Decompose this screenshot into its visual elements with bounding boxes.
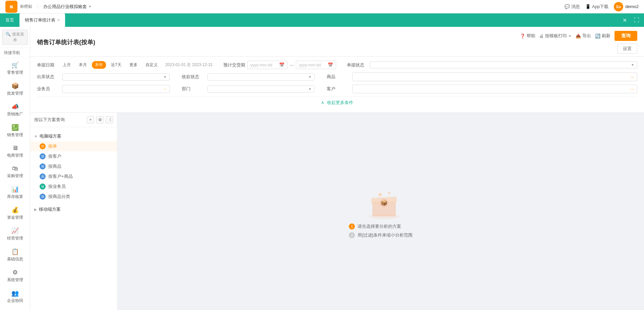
search-menu-label: 搜索菜单 bbox=[12, 32, 24, 42]
expected-delivery-end[interactable]: yyyy-mm-dd 📅 bbox=[296, 61, 336, 69]
scheme-item-1[interactable]: 按按客户 bbox=[30, 151, 117, 161]
last-month-btn[interactable]: 上月 bbox=[60, 61, 74, 69]
sidebar-item-12[interactable]: 🎯新手引导 bbox=[0, 307, 30, 310]
goods-input[interactable]: ··· bbox=[352, 72, 637, 81]
sidebar-label-9: 基础信息 bbox=[7, 256, 23, 262]
sidebar-item-0[interactable]: 🛒零售管理 bbox=[0, 58, 30, 79]
shipping-status-select[interactable]: ▼ bbox=[62, 73, 170, 81]
scheme-label-0: 按单 bbox=[48, 143, 57, 149]
tab-sales-order-stats[interactable]: 销售订单统计表 × bbox=[19, 13, 65, 27]
export-action[interactable]: 📤 导出 bbox=[576, 33, 591, 39]
calendar-start-icon: 📅 bbox=[279, 62, 284, 67]
scheme-item-3[interactable]: 按按客户+商品 bbox=[30, 171, 117, 182]
sidebar-label-8: 经营管理 bbox=[7, 236, 23, 241]
tab-expand-icon[interactable]: ⛶ bbox=[632, 15, 641, 25]
tab-bar: 首页 销售订单统计表 × ✕ ⛶ bbox=[0, 13, 644, 27]
sidebar-item-3[interactable]: 💹销售管理 bbox=[0, 120, 30, 141]
sidebar-item-4[interactable]: 🖥电商管理 bbox=[0, 141, 30, 162]
goods-dots-icon: ··· bbox=[630, 74, 634, 80]
date-placeholder-1: yyyy-mm-dd bbox=[250, 63, 272, 67]
print-icon: 🖨 bbox=[539, 34, 544, 39]
app-download-action[interactable]: 📱 App下载 bbox=[585, 4, 608, 10]
quick-nav-label: 快捷导航 bbox=[4, 50, 20, 56]
template-print-btn[interactable]: 🖨 按模板打印 ▼ bbox=[539, 33, 572, 39]
left-panel-actions: + ⚙ 《 bbox=[87, 116, 113, 123]
sidebar-item-7[interactable]: 💰资金管理 bbox=[0, 203, 30, 224]
filter-row-2: 出库状态 ▼ 收款状态 ▼ 商品 ··· bbox=[37, 72, 637, 81]
shipping-chevron-icon: ▼ bbox=[163, 75, 167, 79]
sidebar-item-1[interactable]: 📦批发管理 bbox=[0, 79, 30, 100]
sidebar-icon-7: 💰 bbox=[11, 206, 19, 214]
pc-schemes-label: 电脑端方案 bbox=[40, 133, 61, 139]
last7-btn[interactable]: 近7天 bbox=[108, 61, 124, 69]
scheme-item-4[interactable]: 按按业务员 bbox=[30, 182, 117, 192]
scheme-label-5: 按商品分类 bbox=[48, 194, 70, 200]
query-button[interactable]: 查询 bbox=[614, 31, 637, 41]
single-status-select[interactable]: ▼ bbox=[370, 61, 637, 68]
close-tab-icon[interactable]: × bbox=[57, 18, 60, 22]
filter-content-wrapper: 单据日期 上月 本月 本年 近7天 更多 自定义 2023-01-01 至 20… bbox=[30, 57, 644, 310]
mobile-schemes-group: ▶ 移动端方案 bbox=[30, 203, 117, 216]
scheme-tree: ▼ 电脑端方案 按按单按按客户按按商品按按客户+商品按按业务员按按商品分类 ▶ … bbox=[30, 127, 117, 218]
this-month-btn[interactable]: 本月 bbox=[76, 61, 90, 69]
sidebar-item-10[interactable]: ⚙系统管理 bbox=[0, 265, 30, 286]
collapse-panel-btn[interactable]: 《 bbox=[106, 116, 113, 123]
collapse-bar[interactable]: ∧ 收起更多条件 bbox=[37, 97, 637, 108]
department-select[interactable]: ▼ bbox=[207, 86, 315, 93]
empty-svg: 📦 bbox=[364, 185, 404, 221]
sales-person-input[interactable]: ··· bbox=[62, 85, 170, 93]
active-tab-label: 销售订单统计表 bbox=[25, 17, 55, 23]
search-menu-btn[interactable]: 🔍 搜索菜单 bbox=[2, 30, 28, 45]
help-label: 帮助 bbox=[527, 33, 535, 39]
page-title: 销售订单统计表(按单) bbox=[37, 38, 95, 46]
mobile-schemes-arrow-icon: ▶ bbox=[34, 208, 37, 211]
user-name: demo2 bbox=[625, 4, 639, 9]
tab-home[interactable]: 首页 bbox=[0, 13, 19, 27]
scheme-settings-btn[interactable]: ⚙ bbox=[96, 116, 104, 123]
user-menu[interactable]: Ea demo2 bbox=[614, 2, 639, 11]
divider bbox=[38, 4, 38, 9]
tab-bar-actions: ✕ ⛶ bbox=[620, 15, 644, 25]
template-print-label: 按模板打印 bbox=[545, 33, 567, 39]
tab-close-all-icon[interactable]: ✕ bbox=[620, 15, 629, 25]
help-action[interactable]: ❓ 帮助 bbox=[520, 33, 535, 39]
avatar: Ea bbox=[614, 2, 623, 11]
sidebar-label-4: 电商管理 bbox=[7, 153, 23, 158]
collapse-chevron-icon: ∧ bbox=[321, 100, 324, 105]
scheme-icon-1: 按 bbox=[40, 153, 46, 159]
sidebar-item-9[interactable]: 📋基础信息 bbox=[0, 245, 30, 265]
svg-point-7 bbox=[378, 193, 382, 196]
sidebar-item-11[interactable]: 👥企业协同 bbox=[0, 286, 30, 307]
scheme-item-0[interactable]: 按按单 bbox=[30, 141, 117, 151]
search-menu-area[interactable]: 🔍 搜索菜单 bbox=[0, 27, 30, 48]
sidebar-item-6[interactable]: 📊库存核算 bbox=[0, 182, 30, 203]
pc-schemes-header[interactable]: ▼ 电脑端方案 bbox=[30, 131, 117, 141]
scheme-icon-0: 按 bbox=[40, 143, 46, 149]
message-action[interactable]: 💬 消息 bbox=[565, 4, 580, 10]
quick-nav-header[interactable]: 快捷导航 bbox=[0, 48, 30, 58]
refresh-action[interactable]: 🔄 刷新 bbox=[595, 33, 610, 39]
mobile-schemes-header[interactable]: ▶ 移动端方案 bbox=[30, 204, 117, 214]
sidebar-label-10: 系统管理 bbox=[7, 277, 23, 283]
sidebar-item-8[interactable]: 📈经营管理 bbox=[0, 224, 30, 245]
sidebar-icon-11: 👥 bbox=[11, 290, 19, 297]
scheme-icon-2: 按 bbox=[40, 163, 46, 169]
sidebar-item-5[interactable]: 🛍采购管理 bbox=[0, 162, 30, 182]
scheme-item-2[interactable]: 按按商品 bbox=[30, 161, 117, 171]
settings-button[interactable]: 设置 bbox=[617, 44, 637, 54]
this-year-btn[interactable]: 本年 bbox=[92, 61, 106, 69]
expected-delivery-start[interactable]: yyyy-mm-dd 📅 bbox=[247, 61, 287, 69]
scheme-item-5[interactable]: 按按商品分类 bbox=[30, 192, 117, 202]
custom-btn[interactable]: 自定义 bbox=[143, 61, 161, 69]
add-scheme-btn[interactable]: + bbox=[87, 116, 94, 123]
customer-input[interactable]: ··· bbox=[352, 85, 637, 93]
collection-status-label: 收款状态 bbox=[182, 74, 202, 80]
workspace-selector[interactable]: 办公用品行业模拟账套 ▼ bbox=[43, 4, 92, 10]
filter-row-3: 业务员 ··· 部门 ▼ 客户 ··· bbox=[37, 85, 637, 93]
sidebar-item-2[interactable]: 📣营销推广 bbox=[0, 100, 30, 120]
more-btn[interactable]: 更多 bbox=[126, 61, 141, 69]
refresh-label: 刷新 bbox=[602, 33, 610, 39]
collection-status-select[interactable]: ▼ bbox=[207, 73, 315, 81]
sidebar-label-11: 企业协同 bbox=[7, 298, 23, 304]
sidebar-icon-10: ⚙ bbox=[12, 269, 18, 276]
